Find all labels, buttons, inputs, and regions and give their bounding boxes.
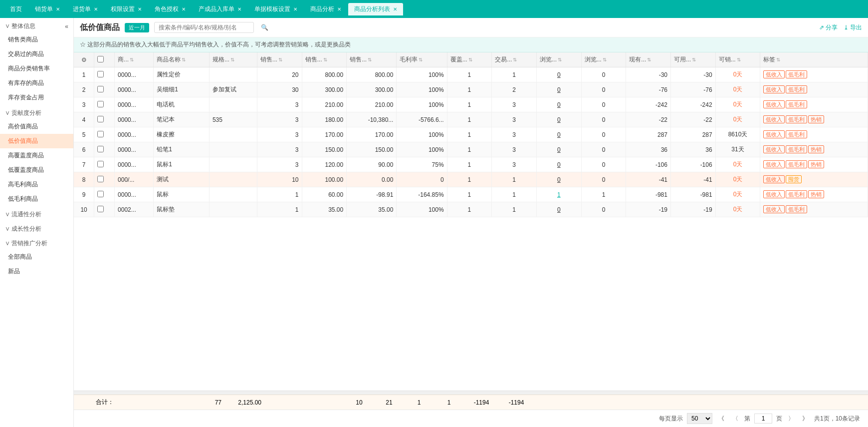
last-page-btn[interactable]: 》: [800, 414, 810, 424]
table-row[interactable]: 30000...电话机3210.00210.00100%1300-242-242…: [74, 97, 868, 112]
sidebar-group-flow[interactable]: ∨ 流通性分析: [0, 206, 73, 221]
first-page-btn[interactable]: 《: [716, 414, 726, 424]
row-name[interactable]: 测试: [154, 172, 210, 187]
col-margin[interactable]: 毛利率⇅: [397, 52, 447, 67]
sidebar-item-low-coverage[interactable]: 低覆盖度商品: [0, 163, 73, 177]
col-view1[interactable]: 浏览...⇅: [536, 52, 581, 67]
row-name[interactable]: 笔记本: [154, 112, 210, 127]
row-checkbox[interactable]: [97, 206, 104, 212]
nav-close-goods-list[interactable]: ✕: [393, 6, 397, 12]
row-checkbox-cell[interactable]: [94, 157, 115, 172]
row-view1[interactable]: 0: [536, 112, 581, 127]
row-checkbox[interactable]: [97, 131, 104, 137]
row-checkbox[interactable]: [97, 71, 104, 77]
row-name[interactable]: 铅笔1: [154, 142, 210, 157]
col-sales-amount[interactable]: 销售...⇅: [302, 52, 347, 67]
sidebar-item-high-margin[interactable]: 高毛利商品: [0, 177, 73, 192]
table-row[interactable]: 8000/...测试10100.000.0001100-41-410天低收入囤货: [74, 172, 868, 187]
col-trade[interactable]: 交易...⇅: [492, 52, 537, 67]
col-spec[interactable]: 规格...⇅: [209, 52, 257, 67]
table-row[interactable]: 100002...鼠标垫135.0035.00100%1100-19-190天低…: [74, 202, 868, 217]
sidebar-item-new-goods[interactable]: 新品: [0, 264, 73, 279]
table-row[interactable]: 10000...属性定价20800.00800.00100%1100-30-30…: [74, 67, 868, 82]
nav-close-sales[interactable]: ✕: [56, 6, 60, 12]
nav-goods-list[interactable]: 商品分析列表 ✕: [348, 3, 403, 15]
row-checkbox-cell[interactable]: [94, 142, 115, 157]
row-name[interactable]: 属性定价: [154, 67, 210, 82]
sidebar-item-all-goods[interactable]: 全部商品: [0, 250, 73, 264]
row-checkbox[interactable]: [97, 101, 104, 107]
sidebar-item-high-coverage[interactable]: 高覆盖度商品: [0, 148, 73, 163]
row-checkbox-cell[interactable]: [94, 112, 115, 127]
row-view1[interactable]: 0: [536, 142, 581, 157]
nav-close-product-receipt[interactable]: ✕: [237, 6, 241, 12]
sidebar-item-category-sales-rate[interactable]: 商品分类销售率: [0, 61, 73, 76]
nav-template[interactable]: 单据模板设置 ✕: [248, 3, 303, 15]
nav-sales-order[interactable]: 销货单 ✕: [29, 3, 66, 15]
table-row[interactable]: 50000...橡皮擦3170.00170.00100%130028728786…: [74, 127, 868, 142]
row-name[interactable]: 鼠标: [154, 187, 210, 202]
row-view1[interactable]: 0: [536, 202, 581, 217]
row-name[interactable]: 鼠标1: [154, 157, 210, 172]
nav-roles[interactable]: 角色授权 ✕: [149, 3, 192, 15]
row-name[interactable]: 橡皮擦: [154, 127, 210, 142]
row-name[interactable]: 吴细细1: [154, 82, 210, 97]
nav-permissions[interactable]: 权限设置 ✕: [105, 3, 148, 15]
table-row[interactable]: 40000...笔记本5353180.00-10,380...-5766.6..…: [74, 112, 868, 127]
table-row[interactable]: 90000...鼠标160.00-98.91-164.85%1111-981-9…: [74, 187, 868, 202]
col-name[interactable]: 商品名称⇅: [154, 52, 210, 67]
nav-home[interactable]: 首页: [4, 3, 28, 15]
export-button[interactable]: ⤓ 导出: [844, 23, 862, 32]
per-page-select[interactable]: 50 20 100: [687, 413, 712, 424]
row-name[interactable]: 鼠标垫: [154, 202, 210, 217]
recent-tag[interactable]: 近一月: [125, 23, 149, 32]
sidebar-collapse-overview[interactable]: «: [65, 23, 68, 30]
col-tags[interactable]: 标签⇅: [760, 52, 868, 67]
col-sales-avg[interactable]: 销售...⇅: [347, 52, 397, 67]
sidebar-item-traded-goods[interactable]: 交易过的商品: [0, 47, 73, 61]
row-view1[interactable]: 0: [536, 97, 581, 112]
nav-purchase[interactable]: 进货单 ✕: [67, 3, 104, 15]
col-checkbox[interactable]: [94, 52, 115, 67]
page-input[interactable]: [754, 414, 772, 424]
row-view1[interactable]: 0: [536, 157, 581, 172]
row-checkbox-cell[interactable]: [94, 82, 115, 97]
row-name[interactable]: 电话机: [154, 97, 210, 112]
nav-product-receipt[interactable]: 产成品入库单 ✕: [193, 3, 247, 15]
table-row[interactable]: 20000...吴细细1参加复试30300.00300.00100%1200-7…: [74, 82, 868, 97]
row-checkbox-cell[interactable]: [94, 172, 115, 187]
col-available[interactable]: 可用...⇅: [670, 52, 715, 67]
nav-close-roles[interactable]: ✕: [182, 6, 186, 12]
sidebar-item-sales-goods[interactable]: 销售类商品: [0, 32, 73, 47]
row-checkbox[interactable]: [97, 116, 104, 122]
row-checkbox-cell[interactable]: [94, 202, 115, 217]
row-view1[interactable]: 0: [536, 82, 581, 97]
row-view1[interactable]: 0: [536, 127, 581, 142]
sidebar-item-stock-goods[interactable]: 有库存的商品: [0, 76, 73, 90]
sidebar-item-high-value[interactable]: 高价值商品: [0, 119, 73, 134]
row-checkbox-cell[interactable]: [94, 97, 115, 112]
row-checkbox[interactable]: [97, 146, 104, 152]
row-checkbox[interactable]: [97, 176, 104, 182]
col-saleable[interactable]: 可销...⇅: [715, 52, 760, 67]
row-view1[interactable]: 1: [536, 187, 581, 202]
col-sales-qty[interactable]: 销售...⇅: [257, 52, 302, 67]
search-icon[interactable]: 🔍: [261, 24, 268, 31]
row-checkbox-cell[interactable]: [94, 187, 115, 202]
row-checkbox[interactable]: [97, 86, 104, 92]
row-checkbox[interactable]: [97, 161, 104, 167]
search-input[interactable]: [154, 22, 254, 33]
nav-close-template[interactable]: ✕: [293, 6, 297, 12]
nav-close-permissions[interactable]: ✕: [138, 6, 142, 12]
row-checkbox-cell[interactable]: [94, 127, 115, 142]
nav-close-purchase[interactable]: ✕: [94, 6, 98, 12]
row-view1[interactable]: 0: [536, 67, 581, 82]
col-settings[interactable]: ⚙: [74, 52, 94, 67]
row-checkbox[interactable]: [97, 191, 104, 197]
row-view1[interactable]: 0: [536, 172, 581, 187]
sidebar-group-growth[interactable]: ∨ 成长性分析: [0, 221, 73, 235]
sidebar-item-low-margin[interactable]: 低毛利商品: [0, 192, 73, 206]
row-checkbox-cell[interactable]: [94, 67, 115, 82]
col-coverage[interactable]: 覆盖...⇅: [447, 52, 492, 67]
nav-goods-analysis[interactable]: 商品分析 ✕: [304, 3, 347, 15]
